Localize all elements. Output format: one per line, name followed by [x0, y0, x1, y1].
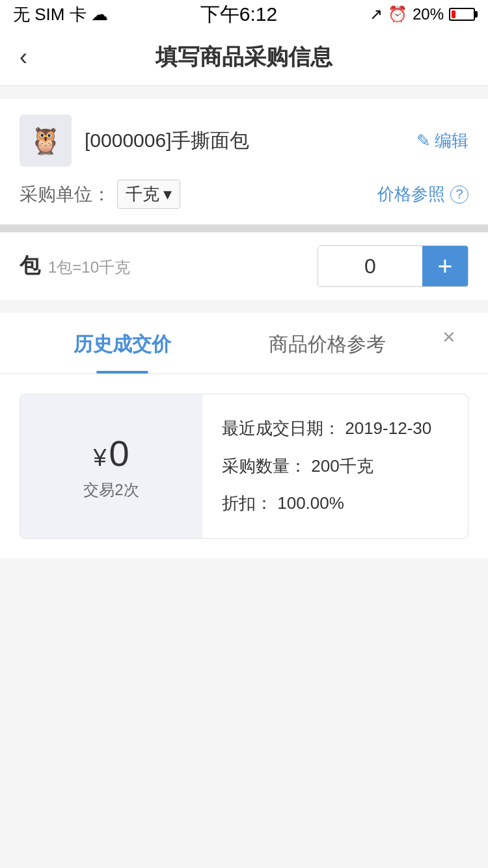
discount-label: 折扣：	[222, 493, 273, 513]
price-card-right: 最近成交日期： 2019-12-30 采购数量： 200千克 折扣： 100.0…	[202, 394, 468, 538]
tabs-container: 历史成交价 商品价格参考 ×	[0, 313, 488, 374]
quantity-label: 包 1包=10千克	[20, 252, 130, 280]
edit-icon: ✎	[416, 131, 431, 151]
discount-row: 折扣： 100.00%	[222, 490, 448, 517]
quantity-input[interactable]	[318, 245, 422, 287]
status-time: 下午6:12	[200, 1, 277, 28]
quantity-input-wrapper: +	[318, 245, 468, 287]
quantity-conversion: 1包=10千克	[48, 257, 130, 278]
price-value: 0	[109, 432, 129, 474]
page-title: 填写商品采购信息	[156, 42, 332, 72]
sim-status: 无 SIM 卡 ☁	[13, 3, 108, 26]
purchase-unit-wrapper: 采购单位： 千克 ▾	[20, 180, 180, 209]
tabs-row: 历史成交价 商品价格参考 ×	[0, 313, 488, 373]
price-reference-button[interactable]: 价格参照 ?	[377, 183, 468, 206]
edit-label: 编辑	[435, 129, 468, 152]
help-icon: ?	[450, 185, 468, 204]
tab-history-price[interactable]: 历史成交价	[20, 313, 224, 373]
quantity-unit: 包	[20, 252, 40, 280]
status-left: 无 SIM 卡 ☁	[13, 3, 108, 26]
status-bar: 无 SIM 卡 ☁ 下午6:12 ↗ ⏰ 20%	[0, 0, 488, 29]
product-card: 🦉 [0000006]手撕面包 ✎ 编辑 采购单位： 千克 ▾ 价格参照 ?	[0, 99, 488, 224]
gray-divider	[0, 224, 488, 232]
product-row: 采购单位： 千克 ▾ 价格参照 ?	[20, 180, 468, 209]
edit-button[interactable]: ✎ 编辑	[416, 129, 468, 152]
status-right: ↗ ⏰ 20%	[370, 5, 475, 23]
purchase-qty-value: 200千克	[311, 456, 373, 476]
quantity-plus-button[interactable]: +	[422, 245, 468, 287]
price-card-left: ¥ 0 交易2次	[20, 394, 202, 538]
dropdown-icon: ▾	[163, 184, 172, 204]
battery-percent: 20%	[413, 5, 444, 23]
purchase-qty-label: 采购数量：	[222, 456, 306, 476]
recent-date-row: 最近成交日期： 2019-12-30	[222, 415, 448, 442]
price-amount: ¥ 0	[93, 432, 129, 474]
recent-date-label: 最近成交日期：	[222, 418, 340, 438]
back-button[interactable]: ‹	[20, 44, 27, 71]
discount-value: 100.00%	[277, 493, 344, 513]
product-left: 🦉 [0000006]手撕面包	[20, 115, 249, 167]
purchase-unit-label: 采购单位：	[20, 182, 111, 207]
location-icon: ↗	[370, 5, 383, 23]
tab-close-button[interactable]: ×	[429, 324, 468, 362]
transaction-count: 交易2次	[83, 480, 139, 500]
price-content: ¥ 0 交易2次 最近成交日期： 2019-12-30 采购数量： 200千克 …	[0, 374, 488, 558]
quantity-row: 包 1包=10千克 +	[0, 232, 488, 300]
product-header: 🦉 [0000006]手撕面包 ✎ 编辑	[20, 115, 468, 167]
currency-symbol: ¥	[93, 444, 106, 472]
product-name: [0000006]手撕面包	[85, 128, 249, 154]
unit-select[interactable]: 千克 ▾	[117, 180, 180, 209]
recent-date-value: 2019-12-30	[345, 418, 431, 438]
price-card: ¥ 0 交易2次 最近成交日期： 2019-12-30 采购数量： 200千克 …	[20, 394, 468, 539]
unit-value: 千克	[126, 183, 159, 206]
product-thumbnail: 🦉	[20, 115, 72, 167]
tab-product-price-ref[interactable]: 商品价格参考	[224, 313, 429, 373]
purchase-qty-row: 采购数量： 200千克	[222, 453, 448, 480]
battery-icon	[449, 8, 475, 21]
product-image: 🦉	[29, 126, 62, 156]
alarm-icon: ⏰	[388, 5, 407, 23]
nav-bar: ‹ 填写商品采购信息	[0, 29, 488, 86]
price-ref-label: 价格参照	[377, 183, 445, 206]
